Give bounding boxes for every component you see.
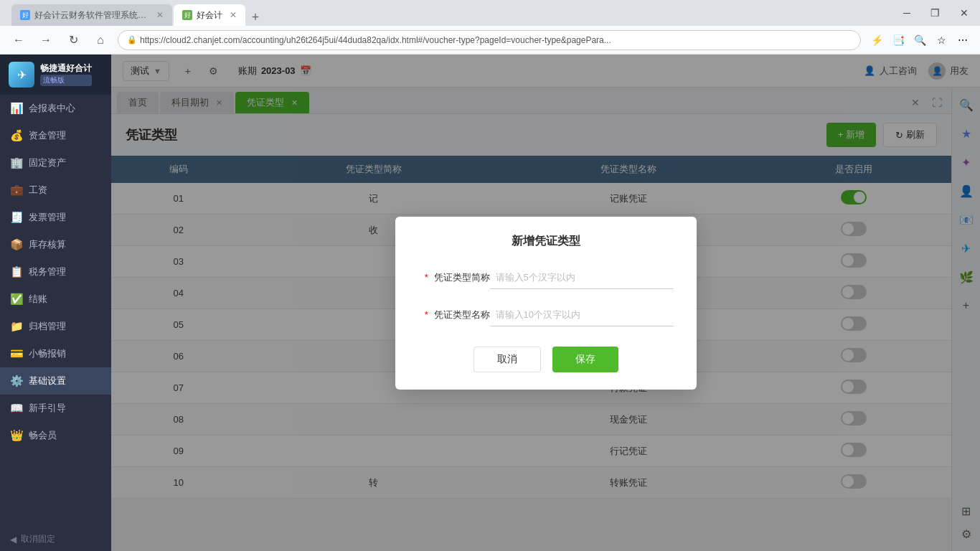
sidebar-item-stock[interactable]: 📦 库存核算 <box>0 231 111 258</box>
browser-toolbar-icons[interactable]: ⚡ 📑 🔍 ☆ ⋯ <box>868 32 971 49</box>
save-button[interactable]: 保存 <box>552 347 618 372</box>
settings-icon: ⚙️ <box>10 375 23 387</box>
sidebar-item-capital[interactable]: 💰 资金管理 <box>0 122 111 149</box>
sidebar-item-assets[interactable]: 🏢 固定资产 <box>0 149 111 176</box>
forward-button[interactable]: → <box>36 30 56 50</box>
tab2-favicon: 好 <box>182 10 192 20</box>
capital-icon: 💰 <box>10 129 23 142</box>
unpin-btn[interactable]: ◀ 取消固定 <box>0 527 111 551</box>
sidebar-label-invoice: 发票管理 <box>29 211 66 224</box>
sidebar-item-tax[interactable]: 📋 税务管理 <box>0 258 111 286</box>
extensions-icon[interactable]: ⚡ <box>868 32 885 49</box>
main-area: 测试 ▼ + ⚙ 账期 2023-03 📅 👤 人工咨询 <box>111 55 980 551</box>
tab2-close[interactable]: ✕ <box>230 10 237 20</box>
expense-icon: 💳 <box>10 347 23 360</box>
required-mark-1: * <box>425 272 428 283</box>
name-form-row: * 凭证类型名称 <box>418 303 674 326</box>
settle-icon: ✅ <box>10 293 23 306</box>
add-voucher-modal: 新增凭证类型 * 凭证类型简称 <box>395 217 697 390</box>
logo-text-group: 畅捷通好合计 流畅版 <box>40 63 92 86</box>
guide-icon: 📖 <box>10 402 23 415</box>
logo-text: 畅捷通好合计 <box>40 63 92 75</box>
modal-overlay: 新增凭证类型 * 凭证类型简称 <box>111 114 951 551</box>
sidebar-item-reports[interactable]: 📊 会报表中心 <box>0 95 111 122</box>
sidebar-item-guide[interactable]: 📖 新手引导 <box>0 395 111 422</box>
bookmark-star-icon[interactable]: ☆ <box>933 32 950 49</box>
reports-icon: 📊 <box>10 102 23 115</box>
invoice-icon: 🧾 <box>10 211 23 224</box>
tab1-label: 好会计云财务软件管理系统_会计 <box>34 9 149 22</box>
modal-actions: 取消 保存 <box>418 347 674 372</box>
more-icon[interactable]: ⋯ <box>954 32 971 49</box>
sidebar-label-assets: 固定资产 <box>29 156 66 169</box>
reload-button[interactable]: ↻ <box>63 30 83 50</box>
tab1-favicon: 好 <box>20 10 30 20</box>
address-bar: ← → ↻ ⌂ 🔒 https://cloud2.chanjet.com/acc… <box>0 26 980 55</box>
unpin-label: 取消固定 <box>21 533 55 545</box>
name-label: * 凭证类型名称 <box>418 309 490 321</box>
tab1-close[interactable]: ✕ <box>156 10 164 20</box>
sidebar-label-reports: 会报表中心 <box>29 102 75 115</box>
required-mark-2: * <box>425 309 428 320</box>
sidebar-label-capital: 资金管理 <box>29 129 66 142</box>
name-label-text: 凭证类型名称 <box>434 309 490 320</box>
cancel-button[interactable]: 取消 <box>473 347 541 372</box>
tab-bar: 好 好会计云财务软件管理系统_会计 ✕ 好 好会计 ✕ + <box>11 0 892 26</box>
sidebar-label-tax: 税务管理 <box>29 265 66 278</box>
lock-icon: 🔒 <box>127 35 137 44</box>
abbr-label: * 凭证类型简称 <box>418 271 490 284</box>
url-text: https://cloud2.chanjet.com/accounting/uh… <box>140 35 611 45</box>
browser-tab-2[interactable]: 好 好会计 ✕ <box>174 4 245 26</box>
member-icon: 👑 <box>10 429 23 442</box>
logo-icon: ✈ <box>9 62 34 88</box>
abbr-form-row: * 凭证类型简称 <box>418 266 674 289</box>
modal-title: 新增凭证类型 <box>418 234 674 249</box>
assets-icon: 🏢 <box>10 156 23 169</box>
add-tab-icon[interactable]: 📑 <box>890 32 907 49</box>
salary-icon: 💼 <box>10 184 23 197</box>
sidebar-label-settle: 结账 <box>29 293 47 306</box>
minimize-button[interactable]: ─ <box>897 6 916 20</box>
browser-tab-1[interactable]: 好 好会计云财务软件管理系统_会计 ✕ <box>11 4 172 26</box>
window-controls[interactable]: ─ ❐ ✕ <box>897 6 974 20</box>
unpin-arrow-icon: ◀ <box>10 534 17 545</box>
sidebar-label-archive: 归档管理 <box>29 320 66 333</box>
content-area: 首页 科目期初 ✕ 凭证类型 ✕ ✕ ⛶ <box>111 88 951 551</box>
sidebar-label-guide: 新手引导 <box>29 402 66 415</box>
content-with-panel: 首页 科目期初 ✕ 凭证类型 ✕ ✕ ⛶ <box>111 88 980 551</box>
logo-badge: 流畅版 <box>40 75 92 86</box>
abbr-label-text: 凭证类型简称 <box>434 272 490 283</box>
sidebar-label-salary: 工资 <box>29 184 47 197</box>
sidebar-label-stock: 库存核算 <box>29 238 66 251</box>
sidebar-logo[interactable]: ✈ 畅捷通好合计 流畅版 <box>0 55 111 95</box>
page-content: 凭证类型 + 新增 ↻ 刷新 <box>111 114 951 551</box>
tab2-label: 好会计 <box>197 9 222 22</box>
stock-icon: 📦 <box>10 238 23 251</box>
browser-chrome: 好 好会计云财务软件管理系统_会计 ✕ 好 好会计 ✕ + ─ ❐ ✕ <box>0 0 980 26</box>
sidebar-item-settle[interactable]: ✅ 结账 <box>0 286 111 313</box>
name-input[interactable] <box>490 303 674 326</box>
sidebar-item-salary[interactable]: 💼 工资 <box>0 176 111 204</box>
back-button[interactable]: ← <box>9 30 29 50</box>
restore-button[interactable]: ❐ <box>925 6 946 20</box>
close-button[interactable]: ✕ <box>954 6 974 20</box>
sidebar-item-archive[interactable]: 📁 归档管理 <box>0 313 111 340</box>
tax-icon: 📋 <box>10 265 23 278</box>
abbr-input[interactable] <box>490 266 674 289</box>
sidebar-item-expense[interactable]: 💳 小畅报销 <box>0 340 111 367</box>
sidebar-item-settings[interactable]: ⚙️ 基础设置 <box>0 367 111 395</box>
sidebar-label-expense: 小畅报销 <box>29 347 66 360</box>
sidebar-item-invoice[interactable]: 🧾 发票管理 <box>0 204 111 231</box>
address-input[interactable]: 🔒 https://cloud2.chanjet.com/accounting/… <box>118 30 861 50</box>
sidebar-label-member: 畅会员 <box>29 429 57 442</box>
archive-icon: 📁 <box>10 320 23 333</box>
home-button[interactable]: ⌂ <box>90 30 110 50</box>
sidebar: ✈ 畅捷通好合计 流畅版 📊 会报表中心 💰 资金管理 🏢 固定资产 💼 工资 … <box>0 55 111 551</box>
zoom-icon[interactable]: 🔍 <box>911 32 928 49</box>
new-tab-button[interactable]: + <box>247 9 264 26</box>
sidebar-item-member[interactable]: 👑 畅会员 <box>0 422 111 449</box>
sidebar-label-settings: 基础设置 <box>29 375 66 387</box>
app-wrapper: ✈ 畅捷通好合计 流畅版 📊 会报表中心 💰 资金管理 🏢 固定资产 💼 工资 … <box>0 55 980 551</box>
